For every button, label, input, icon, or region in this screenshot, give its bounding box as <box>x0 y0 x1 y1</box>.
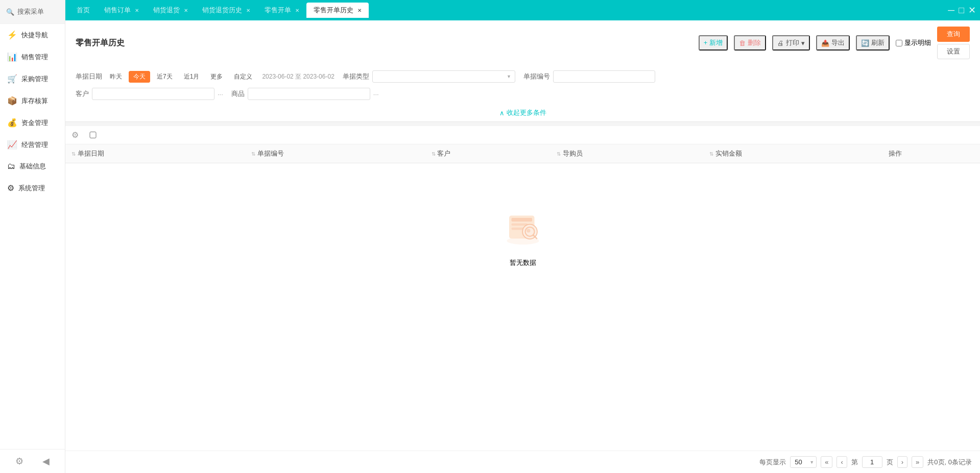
tab-retail-open[interactable]: 零售开单✕ <box>257 3 306 18</box>
doc-type-filter: 单据类型 <box>343 70 515 83</box>
collapse-label: 收起更多条件 <box>507 108 546 117</box>
sidebar-item-basic-info[interactable]: 🗂基础信息 <box>0 156 65 177</box>
col-sort-icon-date: ⇅ <box>71 151 76 157</box>
sidebar-item-finance[interactable]: 💰资金管理 <box>0 112 65 134</box>
goods-filter: 商品 ··· <box>231 88 379 100</box>
collapse-row[interactable]: ∧ 收起更多条件 <box>76 105 970 121</box>
sidebar-item-sales-mgmt[interactable]: 📊销售管理 <box>0 46 65 68</box>
settings-icon[interactable]: ⚙ <box>15 456 23 467</box>
date-buttons: 昨天今天近7天近1月更多自定义 <box>105 71 257 83</box>
doc-num-filter: 单据编号 <box>523 70 655 83</box>
refresh-button[interactable]: 🔄 刷新 <box>856 35 890 51</box>
main-area: 首页销售订单✕销货退货✕销货退货历史✕零售开单✕零售开单历史✕ ─ □ ✕ 零售… <box>65 0 980 473</box>
sidebar-item-purchase-mgmt[interactable]: 🛒采购管理 <box>0 68 65 90</box>
sidebar-item-system[interactable]: ⚙系统管理 <box>0 177 65 199</box>
tab-close-retail-open-history[interactable]: ✕ <box>357 8 362 13</box>
customer-filter: 客户 ··· <box>76 88 223 100</box>
date-btn-more[interactable]: 更多 <box>206 71 227 83</box>
date-btn-last_month[interactable]: 近1月 <box>179 71 204 83</box>
tab-sales-return-history[interactable]: 销货退货历史✕ <box>195 3 257 18</box>
delete-button[interactable]: 🗑 删除 <box>734 35 766 51</box>
goods-input[interactable] <box>248 88 370 100</box>
page-input[interactable] <box>862 456 882 468</box>
export-icon: 📤 <box>821 39 829 47</box>
col-header-salesperson: ⇅ 导购员 <box>551 144 703 163</box>
sidebar-icon-finance: 💰 <box>7 118 17 128</box>
customer-input[interactable] <box>92 88 214 100</box>
page-header: 零售开单历史 + 新增 🗑 删除 🖨 打印 ▾ 📤 导出 <box>65 20 980 122</box>
sidebar-item-quick-nav[interactable]: ⚡快捷导航 <box>0 24 65 46</box>
customer-label: 客户 <box>76 89 89 98</box>
minimize-icon[interactable]: ─ <box>948 5 954 16</box>
sidebar-search[interactable]: 🔍 搜索采单 <box>0 0 65 24</box>
sidebar-label-basic-info: 基础信息 <box>19 162 46 171</box>
col-header-num: ⇅ 单据编号 <box>245 144 425 163</box>
col-sort-icon-customer: ⇅ <box>432 151 436 157</box>
first-page-button[interactable]: « <box>821 456 832 468</box>
add-button[interactable]: + 新增 <box>699 35 728 51</box>
per-page-select[interactable]: 102050100 <box>790 456 817 468</box>
tab-sales-order[interactable]: 销售订单✕ <box>97 3 146 18</box>
tab-close-sales-return-history[interactable]: ✕ <box>246 8 250 13</box>
table-area: ⚙ ⇅ 单据日期⇅ 单据编号⇅ 客户⇅ 导购员⇅ 实销金额操作 <box>65 126 980 451</box>
sidebar-icon-inventory: 📦 <box>7 96 17 106</box>
sidebar-icon-system: ⚙ <box>7 183 14 193</box>
refresh-icon: 🔄 <box>861 39 869 47</box>
sidebar-footer: ⚙ ◀ <box>0 449 65 473</box>
pagination: 每页显示 102050100 « ‹ 第 页 › » 共0页, 0条记录 <box>65 451 980 473</box>
close-icon[interactable]: ✕ <box>968 5 976 16</box>
page-area: 零售开单历史 + 新增 🗑 删除 🖨 打印 ▾ 📤 导出 <box>65 20 980 473</box>
tab-close-sales-order[interactable]: ✕ <box>135 8 139 13</box>
tab-close-retail-open[interactable]: ✕ <box>295 8 299 13</box>
tab-sales-return[interactable]: 销货退货✕ <box>146 3 195 18</box>
page-label: 第 <box>851 458 858 467</box>
tab-label-retail-open: 零售开单 <box>265 6 291 15</box>
col-header-customer: ⇅ 客户 <box>425 144 551 163</box>
collapse-sidebar-icon[interactable]: ◀ <box>42 456 50 467</box>
date-btn-last7[interactable]: 近7天 <box>152 71 177 83</box>
tab-close-sales-return[interactable]: ✕ <box>184 8 188 13</box>
date-range: 2023-06-02 至 2023-06-02 <box>262 72 334 81</box>
prev-page-button[interactable]: ‹ <box>836 456 847 468</box>
print-dropdown-icon: ▾ <box>801 39 805 47</box>
sidebar-item-operations[interactable]: 📈经营管理 <box>0 134 65 156</box>
sidebar-label-quick-nav: 快捷导航 <box>21 31 48 40</box>
sidebar-label-system: 系统管理 <box>18 184 45 193</box>
date-label: 单据日期 <box>76 72 102 81</box>
tab-home[interactable]: 首页 <box>69 3 97 18</box>
sidebar-icon-purchase-mgmt: 🛒 <box>7 74 17 84</box>
col-header-action: 操作 <box>883 144 980 163</box>
table-settings-icon[interactable]: ⚙ <box>71 130 79 140</box>
per-page-label: 每页显示 <box>759 458 786 467</box>
select-all-checkbox[interactable] <box>83 132 103 138</box>
settings-button[interactable]: 设置 <box>937 44 970 59</box>
svg-point-8 <box>527 229 530 233</box>
export-button[interactable]: 📤 导出 <box>816 35 850 51</box>
doc-type-label: 单据类型 <box>343 72 369 81</box>
next-page-button[interactable]: › <box>897 456 907 468</box>
sidebar-search-label: 搜索采单 <box>17 7 44 16</box>
show-detail-wrap: 显示明细 <box>896 38 931 47</box>
doc-num-label: 单据编号 <box>523 72 550 81</box>
tab-retail-open-history[interactable]: 零售开单历史✕ <box>306 3 369 18</box>
tab-label-sales-return: 销货退货 <box>153 6 180 15</box>
query-button[interactable]: 查询 <box>937 27 970 42</box>
delete-icon: 🗑 <box>739 39 746 47</box>
date-btn-custom[interactable]: 自定义 <box>229 71 257 83</box>
date-btn-yesterday[interactable]: 昨天 <box>105 71 127 83</box>
date-btn-today[interactable]: 今天 <box>129 71 150 83</box>
sidebar-item-inventory[interactable]: 📦库存核算 <box>0 90 65 112</box>
sidebar-label-inventory: 库存核算 <box>21 96 48 106</box>
last-page-button[interactable]: » <box>912 456 923 468</box>
tab-label-retail-open-history: 零售开单历史 <box>314 6 353 15</box>
maximize-icon[interactable]: □ <box>959 5 964 16</box>
show-detail-checkbox[interactable] <box>896 40 902 46</box>
doc-type-select[interactable] <box>372 70 515 83</box>
print-button[interactable]: 🖨 打印 ▾ <box>772 35 810 51</box>
data-table: ⇅ 单据日期⇅ 单据编号⇅ 客户⇅ 导购员⇅ 实销金额操作 <box>65 144 980 163</box>
empty-state: 暂无数据 <box>65 163 980 298</box>
collapse-icon: ∧ <box>499 109 505 117</box>
page-total: 共0页, 0条记录 <box>927 458 972 467</box>
goods-dots: ··· <box>373 90 379 98</box>
doc-num-input[interactable] <box>553 70 655 83</box>
